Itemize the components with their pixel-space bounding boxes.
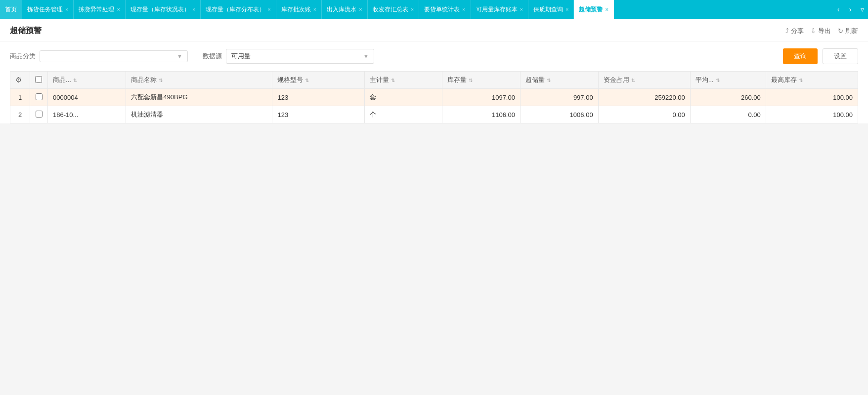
page-header: 超储预警 ⤴ 分享 ⇩ 导出 ↻ 刷新 [0,19,868,41]
nav-tabs-container: 首页拣货任务管理 ×拣货异常处理 ×现存量（库存状况表） ×现存量（库存分布表）… [0,0,832,19]
cell-spec: 123 [272,106,364,123]
sort-icon: ⇅ [799,78,803,83]
gear-icon[interactable]: ⚙ [15,76,22,84]
close-tab-icon[interactable]: × [117,6,120,12]
th-overstock[interactable]: 超储量⇅ [520,72,598,89]
nav-tab-exception[interactable]: 拣货异常处理 × [74,0,125,19]
sort-icon: ⇅ [305,78,309,83]
category-chevron-icon: ▼ [177,53,182,59]
th-checkbox [30,72,48,89]
refresh-icon: ↻ [838,27,843,35]
cell-capital: 259220.00 [598,89,690,106]
row-select-checkbox[interactable] [36,93,43,100]
category-select[interactable]: ▼ [40,50,188,62]
cell-stock: 1097.00 [442,89,521,106]
cell-spec: 123 [272,89,364,106]
cell-avg: 260.00 [690,89,766,106]
close-tab-icon[interactable]: × [411,6,414,12]
close-tab-icon[interactable]: × [192,6,195,12]
cell-max-stock: 100.00 [766,106,858,123]
nav-tab-inout-flow[interactable]: 出入库流水 × [322,0,367,19]
close-tab-icon[interactable]: × [359,6,362,12]
nav-tab-batch-account[interactable]: 库存批次账 × [276,0,322,19]
sort-icon: ⇅ [391,78,395,83]
close-tab-icon[interactable]: × [520,6,523,12]
filter-actions: 查询 设置 [783,48,858,64]
datasource-label: 数据源 [203,52,222,61]
refresh-button[interactable]: ↻ 刷新 [838,27,858,36]
nav-tab-collect-send[interactable]: 收发存汇总表 × [368,0,419,19]
close-tab-icon[interactable]: × [462,6,465,12]
nav-tab-stock-dist[interactable]: 现存量（库存分布表） × [201,0,276,19]
th-unit[interactable]: 主计量⇅ [364,72,442,89]
nav-tab-home[interactable]: 首页 [0,0,22,19]
category-label: 商品分类 [10,52,36,61]
export-icon: ⇩ [811,27,816,35]
cell-unit: 套 [364,89,442,106]
data-table: ⚙ 商品...⇅ 商品名称⇅ 规格型号⇅ 主计量⇅ [10,71,858,123]
cell-capital: 0.00 [598,106,690,123]
page-title: 超储预警 [10,26,42,36]
close-tab-icon[interactable]: × [565,6,568,12]
th-max-stock[interactable]: 最高库存⇅ [766,72,858,89]
nav-tab-stock-status[interactable]: 现存量（库存状况表） × [126,0,201,19]
cell-unit: 个 [364,106,442,123]
th-settings: ⚙ [10,72,30,89]
share-button[interactable]: ⤴ 分享 [785,27,804,36]
header-actions: ⤴ 分享 ⇩ 导出 ↻ 刷新 [785,27,858,36]
page-content: 超储预警 ⤴ 分享 ⇩ 导出 ↻ 刷新 商品分类 ▼ 数据源 [0,19,868,123]
datasource-value: 可用量 [231,52,251,61]
close-tab-icon[interactable]: × [65,6,68,12]
select-all-checkbox[interactable] [35,76,42,83]
export-button[interactable]: ⇩ 导出 [811,27,831,36]
row-index: 1 [10,89,30,106]
table-header: ⚙ 商品...⇅ 商品名称⇅ 规格型号⇅ 主计量⇅ [10,72,858,89]
sort-icon: ⇅ [73,78,77,83]
close-tab-icon[interactable]: × [605,6,608,12]
nav-tab-overstock-warning[interactable]: 超储预警 × [574,0,613,19]
th-capital[interactable]: 资金占用⇅ [598,72,690,89]
nav-tab-order-stat[interactable]: 要货单统计表 × [419,0,471,19]
nav-tab-quality-check[interactable]: 保质期查询 × [528,0,574,19]
row-checkbox [30,89,48,106]
row-checkbox [30,106,48,123]
row-index: 2 [10,106,30,123]
datasource-filter: 数据源 可用量 ▼ [203,49,374,64]
nav-menu-arrow[interactable]: ▿ [856,0,868,19]
cell-overstock: 997.00 [520,89,598,106]
settings-button[interactable]: 设置 [823,48,858,64]
nav-tab-available-account[interactable]: 可用量库存账本 × [471,0,528,19]
query-button[interactable]: 查询 [783,48,818,64]
table-container: ⚙ 商品...⇅ 商品名称⇅ 规格型号⇅ 主计量⇅ [0,71,868,123]
table-row: 2186-10...机油滤清器123个1106.001006.000.000.0… [10,106,858,123]
th-avg[interactable]: 平均...⇅ [690,72,766,89]
datasource-select[interactable]: 可用量 ▼ [226,49,374,64]
cell-product-name: 机油滤清器 [126,106,272,123]
cell-product-name: 六配套新昌490BPG [126,89,272,106]
cell-overstock: 1006.00 [520,106,598,123]
cell-avg: 0.00 [690,106,766,123]
nav-right-arrow[interactable]: › [844,0,856,19]
close-tab-icon[interactable]: × [313,6,316,12]
sort-icon: ⇅ [547,78,551,83]
cell-product-code: 186-10... [48,106,126,123]
th-product-name[interactable]: 商品名称⇅ [126,72,272,89]
cell-stock: 1106.00 [442,106,521,123]
share-icon: ⤴ [785,27,789,35]
th-product-code[interactable]: 商品...⇅ [48,72,126,89]
top-navigation: 首页拣货任务管理 ×拣货异常处理 ×现存量（库存状况表） ×现存量（库存分布表）… [0,0,868,19]
close-tab-icon[interactable]: × [267,6,270,12]
cell-max-stock: 100.00 [766,89,858,106]
sort-icon: ⇅ [716,78,720,83]
sort-icon: ⇅ [469,78,473,83]
filter-bar: 商品分类 ▼ 数据源 可用量 ▼ 查询 设置 [0,41,868,71]
table-row: 10000004六配套新昌490BPG123套1097.00997.002592… [10,89,858,106]
sort-icon: ⇅ [631,78,635,83]
cell-product-code: 0000004 [48,89,126,106]
th-stock[interactable]: 库存量⇅ [442,72,521,89]
nav-left-arrow[interactable]: ‹ [832,0,844,19]
row-select-checkbox[interactable] [36,111,43,118]
nav-tab-task-mgmt[interactable]: 拣货任务管理 × [22,0,74,19]
th-spec[interactable]: 规格型号⇅ [272,72,364,89]
datasource-chevron-icon: ▼ [363,53,369,59]
